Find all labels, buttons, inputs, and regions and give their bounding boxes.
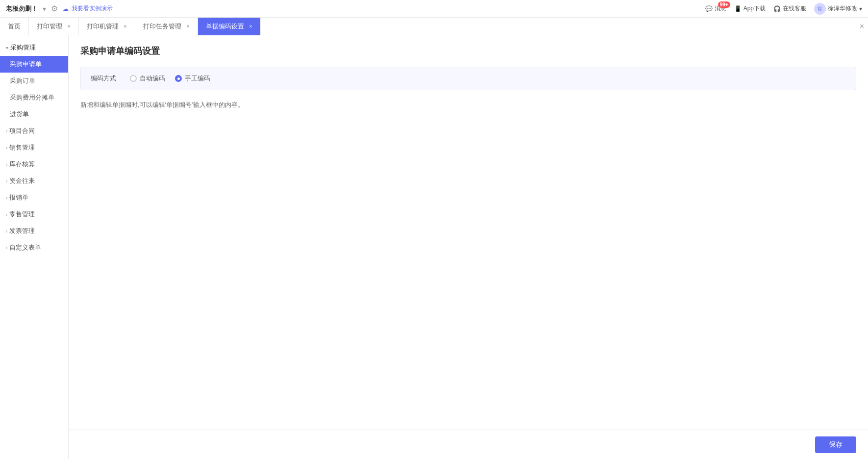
top-bar: 老板勿删！ ▾ ⚙ ☁ 我要看实例演示 💬 消息 99+ 📱 App下载 🎧 在… — [0, 0, 868, 18]
sidebar-group-label: 零售管理 — [9, 210, 35, 219]
sidebar-group-custom-forms[interactable]: › 自定义表单 — [0, 239, 68, 256]
app-download-button[interactable]: 📱 App下载 — [734, 4, 766, 13]
app-download-icon: 📱 — [734, 5, 742, 12]
group-collapse-icon: › — [6, 245, 7, 251]
sidebar: ▾ 采购管理 采购申请单 采购订单 采购费用分摊单 进货单 › 项目合同 › 销… — [0, 35, 69, 459]
settings-icon[interactable]: ⚙ — [51, 4, 58, 13]
sidebar-group-finance[interactable]: › 资金往来 — [0, 173, 68, 189]
tab-single-code-settings[interactable]: 单据编码设置 × — [198, 18, 261, 35]
message-badge: 99+ — [718, 1, 730, 8]
app-title: 老板勿删！ — [6, 4, 38, 13]
username-label: 徐泽华修改 — [828, 4, 857, 13]
sidebar-group-sales-return[interactable]: › 报销单 — [0, 189, 68, 206]
sidebar-item-label: 采购申请单 — [10, 60, 42, 68]
user-arrow-icon: ▾ — [859, 5, 862, 12]
encoding-label: 编码方式 — [91, 74, 120, 83]
sidebar-group-label: 资金往来 — [9, 177, 35, 185]
tab-print-mgmt[interactable]: 打印管理 × — [29, 18, 79, 35]
sidebar-item-purchase-order[interactable]: 采购订单 — [0, 73, 68, 89]
sidebar-group-label: 库存核算 — [9, 160, 35, 169]
sidebar-item-label: 采购订单 — [10, 77, 35, 84]
tab-print-mgmt-label: 打印管理 — [37, 22, 62, 31]
group-collapse-icon: › — [6, 195, 7, 201]
radio-auto-circle — [130, 75, 137, 82]
tab-print-task-mgmt-close-icon[interactable]: × — [186, 23, 190, 30]
sidebar-group-label: 发票管理 — [9, 227, 35, 235]
tab-bar: 首页 打印管理 × 打印机管理 × 打印任务管理 × 单据编码设置 × × — [0, 18, 868, 35]
online-service-button[interactable]: 🎧 在线客服 — [773, 4, 806, 13]
sidebar-group-inventory[interactable]: › 库存核算 — [0, 156, 68, 173]
tab-single-code-close-icon[interactable]: × — [249, 23, 252, 30]
info-text: 新增和编辑单据编时,可以编辑'单据编号'输入框中的内容。 — [80, 100, 856, 110]
sidebar-group-label: 销售管理 — [9, 143, 35, 152]
tab-print-task-mgmt-label: 打印任务管理 — [143, 22, 181, 31]
tab-printer-mgmt[interactable]: 打印机管理 × — [79, 18, 135, 35]
avatar: 徐 — [814, 3, 826, 15]
sidebar-item-purchase-expense[interactable]: 采购费用分摊单 — [0, 89, 68, 106]
radio-auto[interactable]: 自动编码 — [130, 74, 165, 83]
message-icon: 💬 — [705, 5, 713, 12]
content-footer: 保存 — [69, 430, 868, 459]
content-main: 采购申请单编码设置 编码方式 自动编码 手工编码 新增和编辑单据编时,可以编辑'… — [69, 35, 868, 430]
sidebar-item-label: 采购费用分摊单 — [10, 94, 54, 101]
group-collapse-icon: › — [6, 229, 7, 234]
demo-link[interactable]: ☁ 我要看实例演示 — [63, 4, 113, 13]
group-collapse-icon: › — [6, 212, 7, 217]
tab-home-label: 首页 — [8, 22, 21, 31]
top-bar-left: 老板勿删！ ▾ ⚙ ☁ 我要看实例演示 — [6, 4, 113, 13]
save-button[interactable]: 保存 — [815, 436, 856, 453]
demo-text: 我要看实例演示 — [72, 4, 113, 13]
radio-manual-label: 手工编码 — [185, 74, 210, 83]
tab-print-mgmt-close-icon[interactable]: × — [67, 23, 71, 30]
sidebar-group-retail-mgmt[interactable]: › 零售管理 — [0, 206, 68, 223]
sidebar-group-purchase-mgmt[interactable]: ▾ 采购管理 — [0, 39, 68, 56]
tab-bar-global-close-icon[interactable]: × — [860, 22, 864, 31]
content-area: 采购申请单编码设置 编码方式 自动编码 手工编码 新增和编辑单据编时,可以编辑'… — [69, 35, 868, 459]
online-service-icon: 🎧 — [773, 5, 781, 12]
sidebar-group-label: 项目合同 — [9, 127, 35, 135]
sidebar-group-invoice-mgmt[interactable]: › 发票管理 — [0, 223, 68, 239]
tab-printer-mgmt-close-icon[interactable]: × — [124, 23, 127, 30]
sidebar-item-goods-receipt[interactable]: 进货单 — [0, 106, 68, 123]
group-collapse-icon: › — [6, 162, 7, 167]
radio-manual-circle — [175, 75, 182, 82]
online-service-label: 在线客服 — [783, 4, 806, 13]
sidebar-group-label: 采购管理 — [10, 43, 36, 52]
group-collapse-icon: › — [6, 178, 7, 184]
group-collapse-icon: › — [6, 145, 7, 151]
demo-icon: ☁ — [63, 5, 69, 12]
sidebar-group-label: 自定义表单 — [9, 243, 41, 252]
group-expand-icon: ▾ — [6, 45, 8, 51]
encoding-section: 编码方式 自动编码 手工编码 — [80, 67, 856, 90]
main-layout: ▾ 采购管理 采购申请单 采购订单 采购费用分摊单 进货单 › 项目合同 › 销… — [0, 35, 868, 459]
radio-group: 自动编码 手工编码 — [130, 74, 210, 83]
app-download-label: App下载 — [744, 4, 766, 13]
sidebar-item-label: 进货单 — [10, 110, 29, 118]
tab-single-code-label: 单据编码设置 — [206, 22, 244, 31]
tab-printer-mgmt-label: 打印机管理 — [87, 22, 119, 31]
sidebar-item-purchase-request[interactable]: 采购申请单 — [0, 56, 68, 73]
tab-print-task-mgmt[interactable]: 打印任务管理 × — [135, 18, 198, 35]
dropdown-arrow-icon[interactable]: ▾ — [43, 5, 46, 13]
radio-manual[interactable]: 手工编码 — [175, 74, 210, 83]
sidebar-group-sales-mgmt[interactable]: › 销售管理 — [0, 139, 68, 156]
message-button[interactable]: 💬 消息 99+ — [705, 4, 726, 13]
page-title: 采购申请单编码设置 — [80, 45, 856, 57]
user-profile-button[interactable]: 徐 徐泽华修改 ▾ — [814, 3, 862, 15]
sidebar-group-project-contract[interactable]: › 项目合同 — [0, 123, 68, 139]
radio-auto-label: 自动编码 — [140, 74, 165, 83]
top-bar-right: 💬 消息 99+ 📱 App下载 🎧 在线客服 徐 徐泽华修改 ▾ — [705, 3, 862, 15]
tab-home[interactable]: 首页 — [0, 18, 29, 35]
sidebar-group-label: 报销单 — [9, 193, 28, 202]
group-collapse-icon: › — [6, 128, 7, 134]
